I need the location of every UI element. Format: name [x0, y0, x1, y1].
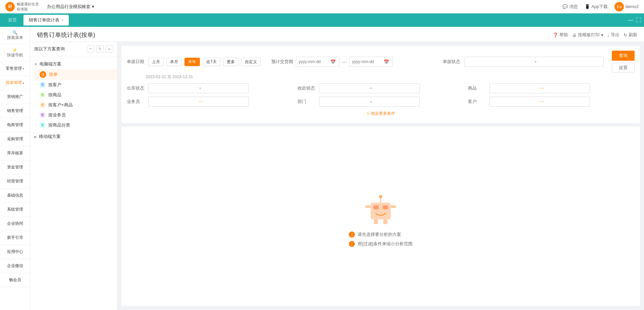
phone-icon: 📱 — [585, 4, 590, 9]
help-icon: ❓ — [553, 33, 558, 38]
sidebar-item-member[interactable]: 畅会员 — [0, 273, 30, 287]
chevron-down-icon: ▾ — [92, 4, 94, 9]
sidebar-item-ecommerce[interactable]: 电商管理 — [0, 118, 30, 132]
company-selector[interactable]: 办公用品行业模拟账套 ▾ — [47, 4, 94, 10]
logo-area: 好 畅捷通好生意 标准版 — [5, 2, 39, 11]
scheme-item-by-goods[interactable]: 图 按商品 — [34, 90, 117, 100]
sidebar-item-wholesale[interactable]: 批发管理 ▴ — [0, 76, 30, 90]
chevron-down-icon: ▼ — [34, 62, 38, 66]
goods-label: 商品 — [468, 85, 487, 91]
expected-date-start[interactable]: 📅 — [296, 57, 339, 67]
right-panel: 单据日期 上月 本月 本年 近7天 更多 自定义 — [117, 42, 644, 310]
salesperson-label: 业务员 — [127, 99, 146, 105]
main-layout: 🔍搜索菜单 ⚡快捷导航 零售管理 ▾ 批发管理 ▴ 营销推广 销售管理 电商管理… — [0, 27, 644, 310]
tab-close-icon[interactable]: × — [61, 18, 63, 22]
pc-scheme-parent[interactable]: ▼ 电脑端方案 — [30, 59, 117, 69]
sidebar-item-inventory[interactable]: 库存核算 — [0, 146, 30, 160]
filter-row-2: 出库状态 ▾ 收款状态 ▾ — [127, 83, 635, 93]
print-button[interactable]: 🖨 按模板打印 ▾ — [572, 32, 603, 38]
expected-date-start-input[interactable] — [299, 59, 329, 64]
scheme-item-by-salesperson[interactable]: 图 按业务员 — [34, 110, 117, 120]
sidebar-item-quicknav[interactable]: ⚡快捷导航 — [0, 44, 30, 62]
date-btn-last-month[interactable]: 上月 — [148, 58, 164, 66]
stock-status-select[interactable]: ▾ — [148, 83, 249, 93]
query-button[interactable]: 查询 — [612, 51, 635, 61]
svg-rect-1 — [373, 205, 379, 209]
date-btn-7days[interactable]: 近7天 — [203, 58, 220, 66]
tab-home[interactable]: 首页 — [3, 15, 22, 25]
sidebar-item-wechat[interactable]: 企业微信 — [0, 259, 30, 273]
maximize-button[interactable]: ⛶ — [636, 17, 641, 23]
chevron-down-icon: ▾ — [601, 33, 603, 38]
sidebar-item-finance[interactable]: 资金管理 — [0, 160, 30, 174]
refresh-button[interactable]: ↻ 刷新 — [624, 32, 637, 38]
expected-date-end[interactable]: 📅 — [349, 57, 393, 67]
sidebar-item-search[interactable]: 🔍搜索菜单 — [0, 27, 30, 44]
stock-status-label: 出库状态 — [127, 85, 146, 91]
scheme-item-by-order[interactable]: 按 按单 — [34, 69, 117, 80]
pc-scheme-list: 按 按单 图 按客户 图 按商品 图 按客户+商 — [30, 69, 117, 130]
date-btn-custom[interactable]: 自定义 — [241, 58, 261, 66]
sidebar-item-marketing[interactable]: 营销推广 — [0, 90, 30, 104]
logo-icon: 好 — [5, 2, 15, 11]
more-icon-3[interactable]: ··· — [540, 99, 587, 105]
sidebar: 🔍搜索菜单 ⚡快捷导航 零售管理 ▾ 批发管理 ▴ 营销推广 销售管理 电商管理… — [0, 27, 30, 310]
more-icon-2[interactable]: ··· — [199, 99, 246, 105]
expected-date-end-input[interactable] — [352, 59, 382, 64]
sidebar-item-system[interactable]: 系统管理 — [0, 203, 30, 217]
scheme-item-by-category[interactable]: 图 按商品分类 — [34, 120, 117, 130]
content-area: 销售订单统计表(按单) ❓ 帮助 🖨 按模板打印 ▾ ↓ 导出 ↻ 刷新 — [30, 27, 644, 310]
salesperson-input[interactable]: ··· — [148, 97, 249, 107]
date-label: 单据日期 — [127, 59, 146, 65]
refresh-icon: ↻ — [624, 33, 627, 38]
tab-sales-order-stats[interactable]: 销售订单统计表 × — [23, 15, 69, 25]
minimize-button[interactable]: — — [628, 17, 633, 23]
sidebar-item-basic-info[interactable]: 基础信息 — [0, 189, 30, 203]
customer-input[interactable]: ··· — [489, 97, 590, 107]
chevron-down-icon: ▾ — [370, 86, 417, 91]
collapse-bar[interactable]: ∧ 收起更多条件 — [127, 109, 635, 118]
left-panel: 按以下方案查询 + ✎ « ▼ 电脑端方案 按 按单 — [30, 42, 117, 310]
doc-status-select[interactable]: ▾ — [464, 57, 604, 67]
sidebar-item-retail[interactable]: 零售管理 ▾ — [0, 62, 30, 76]
scheme-icon-cust-goods: 图 — [40, 102, 46, 108]
chevron-down-icon: ▾ — [22, 67, 24, 70]
more-icon[interactable]: ··· — [540, 85, 587, 91]
sidebar-item-newguide[interactable]: 新手引导 — [0, 231, 30, 245]
app-download-button[interactable]: 📱 App下载 — [585, 4, 608, 10]
department-select[interactable]: ▾ — [319, 97, 420, 107]
svg-rect-2 — [383, 205, 388, 209]
sidebar-item-appcenter[interactable]: 应用中心 — [0, 245, 30, 259]
calendar-icon-2: 📅 — [384, 59, 389, 64]
mobile-scheme-parent[interactable]: ▶ 移动端方案 — [30, 132, 117, 142]
sidebar-item-purchase[interactable]: 采购管理 — [0, 132, 30, 146]
scheme-icon-order: 按 — [40, 71, 46, 78]
sidebar-item-sales[interactable]: 销售管理 — [0, 104, 30, 118]
message-button[interactable]: 💬 消息 — [562, 4, 578, 10]
date-btn-this-year[interactable]: 本年 — [184, 58, 200, 66]
add-scheme-button[interactable]: + — [87, 45, 94, 53]
scheme-icon-category: 图 — [40, 122, 46, 128]
chevron-up-icon: ▴ — [22, 81, 24, 85]
date-btn-more[interactable]: 更多 — [223, 58, 238, 66]
left-panel-header: 按以下方案查询 + ✎ « — [30, 42, 117, 56]
sidebar-item-operations[interactable]: 经营管理 — [0, 174, 30, 189]
calendar-icon: 📅 — [330, 59, 336, 64]
help-button[interactable]: ❓ 帮助 — [553, 32, 568, 38]
date-btn-this-month[interactable]: 本月 — [166, 58, 182, 66]
setting-button[interactable]: 设置 — [612, 63, 635, 73]
logo-text: 畅捷通好生意 标准版 — [17, 2, 39, 11]
goods-input[interactable]: ··· — [489, 83, 590, 93]
doc-status-label: 单据状态 — [443, 59, 462, 65]
scheme-item-by-customer-goods[interactable]: 图 按客户+商品 — [34, 100, 117, 110]
expected-date-label: 预计交货期 — [271, 59, 293, 65]
sidebar-item-cooperation[interactable]: 企业协同 — [0, 217, 30, 231]
scheme-item-by-customer[interactable]: 图 按客户 — [34, 80, 117, 90]
edit-scheme-button[interactable]: ✎ — [96, 45, 104, 53]
user-menu[interactable]: Ea demo2 — [614, 2, 639, 11]
step-number-1: 1 — [349, 231, 355, 238]
date-separator: — — [342, 59, 346, 64]
export-button[interactable]: ↓ 导出 — [607, 32, 620, 38]
payment-status-select[interactable]: ▾ — [319, 83, 420, 93]
collapse-panel-button[interactable]: « — [106, 45, 113, 53]
